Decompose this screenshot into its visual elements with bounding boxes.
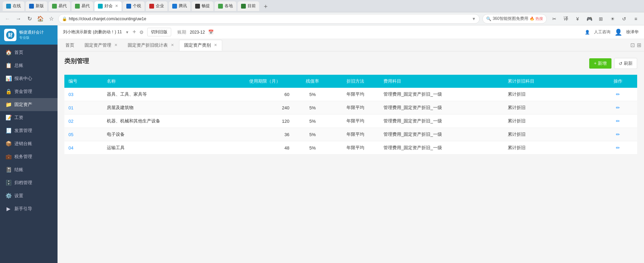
cell-name-2: 机器、机械和其他生产设备 bbox=[103, 115, 236, 128]
topbar-user: 刘小艳演示新套 (勿删勿动！) 11 bbox=[63, 29, 122, 35]
asset-category-table: 编号 名称 使用期限（月） 残值率 折旧方法 费用科目 累计折旧科目 操作 03… bbox=[64, 75, 637, 155]
browser-tab-4[interactable]: 易代 bbox=[72, 1, 93, 11]
sidebar-item-purchase[interactable]: 📦 进销台账 bbox=[0, 137, 58, 150]
favicon-8 bbox=[172, 4, 177, 9]
minimize-btn[interactable]: ⊡ bbox=[630, 42, 635, 48]
ledger-icon: 📋 bbox=[5, 62, 12, 69]
app-tab-asset-mgr[interactable]: 固定资产管理 ✕ bbox=[79, 40, 123, 51]
app-tab-asset-cat-close[interactable]: ✕ bbox=[214, 43, 217, 47]
cell-method-1: 年限平均 bbox=[332, 101, 379, 115]
edit-btn-3[interactable]: ✏ bbox=[616, 132, 620, 137]
scissors-icon[interactable]: ✂ bbox=[550, 14, 559, 24]
forward-btn[interactable]: → bbox=[14, 15, 23, 23]
edit-btn-4[interactable]: ✏ bbox=[616, 145, 620, 151]
topbar-period: 2023-12 bbox=[190, 30, 205, 35]
grid-icon[interactable]: ⊞ bbox=[596, 14, 606, 24]
sidebar-item-invoice[interactable]: 🧾 发票管理 bbox=[0, 124, 58, 137]
app-tab-asset-dep-close[interactable]: ✕ bbox=[171, 43, 174, 47]
url-text: https://cloud.chanjet.com/accounting/uw1… bbox=[69, 16, 470, 21]
sidebar-item-reports[interactable]: 📊 报表中心 bbox=[0, 72, 58, 85]
code-link-0[interactable]: 03 bbox=[68, 92, 73, 97]
back-btn[interactable]: ← bbox=[3, 15, 12, 23]
cell-residual-1: 5% bbox=[293, 101, 332, 115]
browser-tab-5[interactable]: 好会 ✕ bbox=[94, 1, 122, 11]
topbar-dropdown-icon[interactable]: ▼ bbox=[125, 30, 129, 34]
sidebar: 财 畅捷通好会计 专业版 🏠 首页 📋 总账 📊 报表中心 🔒 bbox=[0, 25, 58, 263]
bookmark-btn[interactable]: ☆ bbox=[47, 15, 55, 23]
browser-tab-5-close[interactable]: ✕ bbox=[115, 4, 118, 8]
browser-tab-3[interactable]: 易代 bbox=[49, 1, 70, 11]
topbar-help[interactable]: 人工咨询 bbox=[594, 29, 610, 35]
refresh-btn[interactable]: ↺ 刷新 bbox=[614, 58, 637, 69]
browser-tab-10[interactable]: 各地 bbox=[215, 1, 236, 11]
browser-tabs-bar: 在线 新版 易代 易代 好会 ✕ 个税 企业 腾讯 畅提 各地 目前 ＋ bbox=[0, 0, 644, 12]
cell-residual-2: 5% bbox=[293, 115, 332, 128]
topbar-add-icon[interactable]: + bbox=[132, 28, 136, 36]
browser-tab-7[interactable]: 企业 bbox=[146, 1, 167, 11]
code-link-2[interactable]: 02 bbox=[68, 119, 73, 124]
code-link-4[interactable]: 04 bbox=[68, 145, 73, 151]
browser-tab-11[interactable]: 目前 bbox=[238, 1, 259, 11]
browser-tab-9[interactable]: 畅提 bbox=[192, 1, 213, 11]
refresh-label: 刷新 bbox=[624, 60, 633, 67]
favicon-4 bbox=[75, 4, 80, 9]
favicon-5 bbox=[98, 4, 103, 9]
maximize-btn[interactable]: ⊞ bbox=[637, 42, 641, 48]
table-row: 01 房屋及建筑物 240 5% 年限平均 管理费用_固定资产折旧_一级 累计折… bbox=[64, 101, 637, 115]
wallet-icon[interactable]: ¥ bbox=[573, 14, 582, 24]
app-container: 财 畅捷通好会计 专业版 🏠 首页 📋 总账 📊 报表中心 🔒 bbox=[0, 25, 644, 263]
new-tab-btn[interactable]: ＋ bbox=[263, 2, 269, 10]
sidebar-nav: 🏠 首页 📋 总账 📊 报表中心 🔒 资金管理 📁 固定资产 📝 工资 bbox=[0, 45, 58, 263]
sidebar-item-guide[interactable]: ▶ 新手引导 bbox=[0, 202, 58, 215]
sidebar-label-home: 首页 bbox=[14, 49, 23, 56]
browser-tab-8[interactable]: 腾讯 bbox=[169, 1, 190, 11]
app-tab-asset-mgr-close[interactable]: ✕ bbox=[114, 43, 117, 47]
translate-icon[interactable]: 译 bbox=[561, 14, 571, 24]
topbar: 刘小艳演示新套 (勿删勿动！) 11 ▼ + ⚙ 切到旧版 账期 2023-12… bbox=[58, 25, 644, 39]
table-row: 02 机器、机械和其他生产设备 120 5% 年限平均 管理费用_固定资产折旧_… bbox=[64, 115, 637, 128]
table-row: 05 电子设备 36 5% 年限平均 管理费用_固定资产折旧_一级 累计折旧 ✏ bbox=[64, 128, 637, 141]
sidebar-label-ledger: 总账 bbox=[14, 62, 23, 69]
sidebar-item-archive[interactable]: 🗄️ 归档管理 bbox=[0, 176, 58, 189]
undo-icon[interactable]: ↺ bbox=[619, 14, 629, 24]
sidebar-item-ledger[interactable]: 📋 总账 bbox=[0, 59, 58, 72]
invoice-icon: 🧾 bbox=[5, 128, 12, 134]
cell-method-4: 年限平均 bbox=[332, 141, 379, 155]
home-btn[interactable]: 🏠 bbox=[36, 15, 45, 23]
app-tab-asset-dep[interactable]: 固定资产折旧统计表 ✕ bbox=[123, 40, 179, 51]
sidebar-item-tax[interactable]: 💼 税务管理 bbox=[0, 150, 58, 163]
topbar-gear-icon[interactable]: ⚙ bbox=[139, 29, 144, 35]
sidebar-item-salary[interactable]: 📝 工资 bbox=[0, 111, 58, 124]
fixed-assets-icon: 📁 bbox=[5, 101, 12, 108]
brightness-icon[interactable]: ☀ bbox=[608, 14, 617, 24]
sidebar-item-checkout[interactable]: 📓 结账 bbox=[0, 163, 58, 176]
help-icon: 👤 bbox=[585, 30, 590, 35]
switch-version-btn[interactable]: 切到旧版 bbox=[147, 28, 171, 36]
edit-btn-2[interactable]: ✏ bbox=[616, 118, 620, 124]
add-btn[interactable]: + 新增 bbox=[589, 58, 611, 69]
menu-icon[interactable]: ≡ bbox=[631, 14, 641, 24]
tax-icon: 💼 bbox=[5, 154, 12, 160]
browser-tab-1[interactable]: 在线 bbox=[3, 1, 24, 11]
app-tab-home[interactable]: 首页 bbox=[60, 40, 79, 51]
code-link-3[interactable]: 05 bbox=[68, 132, 73, 137]
browser-tab-2[interactable]: 新版 bbox=[26, 1, 47, 11]
sidebar-item-home[interactable]: 🏠 首页 bbox=[0, 46, 58, 59]
sidebar-item-settings[interactable]: ⚙️ 设置 bbox=[0, 189, 58, 202]
edit-btn-1[interactable]: ✏ bbox=[616, 105, 620, 110]
game-icon[interactable]: 🎮 bbox=[584, 14, 594, 24]
cell-action-3: ✏ bbox=[599, 128, 637, 141]
reload-btn[interactable]: ↻ bbox=[25, 15, 34, 23]
sidebar-label-fixed-assets: 固定资产 bbox=[14, 101, 32, 108]
code-link-1[interactable]: 01 bbox=[68, 105, 73, 110]
cell-code-2: 02 bbox=[64, 115, 103, 128]
browser-search-bar[interactable]: 🔍 360智能抠图免费用 🔥 热搜 bbox=[482, 14, 547, 24]
sidebar-item-funds[interactable]: 🔒 资金管理 bbox=[0, 85, 58, 98]
address-bar[interactable]: 🔒 https://cloud.chanjet.com/accounting/u… bbox=[58, 14, 480, 24]
sidebar-item-fixed-assets[interactable]: 📁 固定资产 bbox=[0, 98, 58, 111]
cell-action-4: ✏ bbox=[599, 141, 637, 155]
edit-btn-0[interactable]: ✏ bbox=[616, 92, 620, 97]
browser-tab-6[interactable]: 个税 bbox=[123, 1, 144, 11]
calendar-icon[interactable]: 📅 bbox=[208, 29, 214, 35]
app-tab-asset-cat[interactable]: 固定资产类别 ✕ bbox=[179, 40, 222, 51]
